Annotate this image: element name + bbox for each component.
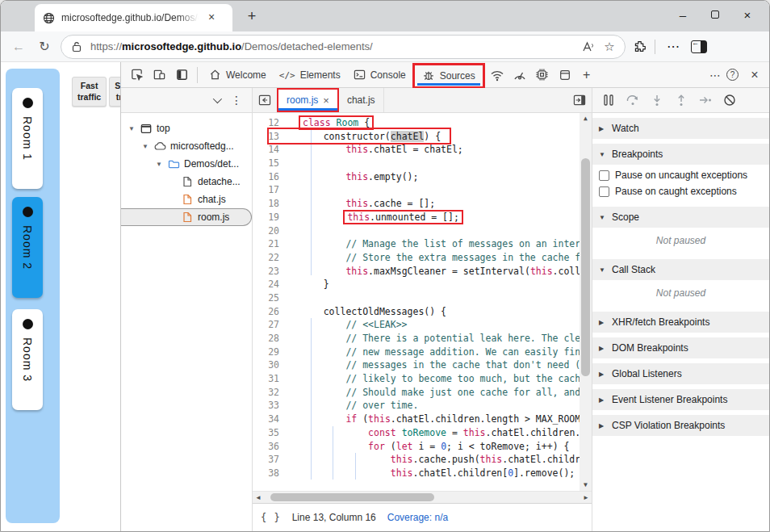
line-number[interactable]: 36: [253, 440, 279, 454]
scroll-right-icon[interactable]: ►: [580, 492, 592, 503]
line-number[interactable]: 37: [253, 453, 279, 467]
line-number[interactable]: 12: [253, 116, 279, 130]
step-out-icon[interactable]: [673, 92, 689, 108]
pause-option-row[interactable]: Pause on uncaught exceptions: [592, 167, 769, 183]
performance-icon[interactable]: [509, 65, 530, 86]
section-xhr-fetch-breakpoints[interactable]: ▶XHR/fetch Breakpoints: [592, 312, 769, 333]
devtools-close-icon[interactable]: ×: [745, 68, 764, 82]
memory-icon[interactable]: [532, 65, 553, 86]
deactivate-breakpoints-icon[interactable]: [722, 92, 738, 108]
tree-expand-icon[interactable]: ▼: [128, 125, 136, 132]
panel-tab-console[interactable]: Console: [347, 63, 412, 87]
url-text[interactable]: https://microsoftedge.github.io/Demos/de…: [90, 40, 575, 52]
new-tab-button[interactable]: +: [242, 7, 262, 27]
editor-horizontal-scrollbar[interactable]: ◄ ►: [253, 491, 592, 503]
line-number[interactable]: 31: [253, 372, 279, 386]
traffic-button[interactable]: Fast traffic: [72, 77, 107, 107]
settings-more-icon[interactable]: ⋯: [663, 39, 683, 54]
scroll-left-icon[interactable]: ◄: [253, 492, 264, 503]
address-bar[interactable]: https://microsoftedge.github.io/Demos/de…: [61, 35, 626, 59]
browser-tab[interactable]: microsoftedge.github.io/Demos/detached-e…: [35, 4, 232, 31]
open-debugger-sidebar-icon[interactable]: [567, 88, 592, 112]
line-number[interactable]: 35: [253, 426, 279, 440]
devtools-more-icon[interactable]: ⋯: [705, 69, 725, 82]
file-tree-item-chat-js[interactable]: chat.js: [121, 191, 252, 208]
activity-bar-dock-icon[interactable]: [171, 65, 192, 86]
section-dom-breakpoints[interactable]: ▶DOM Breakpoints: [592, 337, 769, 358]
line-number[interactable]: 16: [253, 170, 279, 184]
application-icon[interactable]: [554, 65, 575, 86]
pretty-print-button[interactable]: { }: [261, 512, 281, 523]
scroll-down-icon[interactable]: ▼: [580, 480, 592, 491]
scroll-up-icon[interactable]: ▲: [580, 113, 592, 124]
checkbox[interactable]: [599, 170, 609, 181]
back-button[interactable]: ←: [9, 40, 28, 54]
code-area[interactable]: 12class Room {13 constructor(chatEl) {14…: [253, 113, 592, 491]
line-number[interactable]: 30: [253, 358, 279, 372]
traffic-button[interactable]: Slo tra: [109, 77, 120, 107]
line-number[interactable]: 21: [253, 237, 279, 251]
line-number[interactable]: 24: [253, 278, 279, 291]
tab-close-icon[interactable]: ×: [323, 94, 329, 107]
line-number[interactable]: 20: [253, 224, 279, 238]
section-breakpoints[interactable]: ▼Breakpoints: [592, 144, 769, 165]
line-number[interactable]: 22: [253, 251, 279, 265]
file-tree-item-top[interactable]: ▼top: [121, 119, 252, 137]
step-into-icon[interactable]: [649, 92, 665, 108]
line-number[interactable]: 13: [253, 130, 279, 144]
pause-script-icon[interactable]: [601, 92, 617, 108]
panel-tab-elements[interactable]: </>Elements: [273, 63, 347, 87]
section-global-listeners[interactable]: ▶Global Listeners: [592, 363, 769, 384]
panel-tab-sources[interactable]: Sources: [412, 63, 485, 89]
editor-tab-chat.js[interactable]: chat.js: [339, 88, 384, 112]
line-number[interactable]: 27: [253, 318, 279, 332]
more-tabs-button[interactable]: +: [577, 68, 596, 82]
inspect-element-icon[interactable]: [126, 65, 147, 86]
chevron-down-icon[interactable]: [213, 94, 222, 103]
horizontal-scroll-thumb[interactable]: [270, 493, 434, 501]
line-number[interactable]: 23: [253, 265, 279, 279]
line-number[interactable]: 28: [253, 332, 279, 346]
vertical-scroll-thumb[interactable]: [581, 158, 590, 376]
tree-expand-icon[interactable]: ▼: [155, 161, 163, 168]
section-scope[interactable]: ▼Scope: [592, 207, 769, 228]
line-number[interactable]: 25: [253, 291, 279, 305]
line-number[interactable]: 34: [253, 413, 279, 426]
copilot-sidebar-icon[interactable]: [691, 40, 707, 53]
line-number[interactable]: 33: [253, 399, 279, 413]
file-tree-item-room-js[interactable]: room.js: [121, 208, 252, 226]
tab-close-icon[interactable]: ×: [204, 10, 219, 25]
step-over-icon[interactable]: [625, 92, 641, 108]
file-tree-item-detache-[interactable]: detache...: [121, 173, 252, 191]
room-tab[interactable]: Room 1: [12, 88, 43, 189]
editor-tab-room.js[interactable]: room.js×: [277, 88, 339, 112]
pause-option-row[interactable]: Pause on caught exceptions: [592, 183, 769, 199]
file-tree-item-demos-det-[interactable]: ▼Demos/det...: [121, 155, 252, 173]
coverage-link[interactable]: Coverage: n/a: [387, 512, 448, 523]
line-number[interactable]: 32: [253, 386, 279, 400]
window-close-button[interactable]: ×: [740, 8, 755, 22]
read-aloud-icon[interactable]: [581, 40, 596, 54]
section-watch[interactable]: ▶Watch: [592, 118, 769, 139]
room-tab[interactable]: Room 3: [12, 309, 43, 410]
hide-navigator-icon[interactable]: [253, 88, 277, 112]
line-number[interactable]: 18: [253, 197, 279, 211]
minimize-button[interactable]: –: [676, 8, 690, 22]
maximize-button[interactable]: [711, 10, 719, 19]
step-icon[interactable]: [697, 92, 714, 108]
tree-expand-icon[interactable]: ▼: [141, 143, 149, 150]
section-call-stack[interactable]: ▼Call Stack: [592, 259, 769, 280]
refresh-button[interactable]: ↻: [35, 39, 54, 54]
line-number[interactable]: 26: [253, 305, 279, 319]
devtools-help-icon[interactable]: ?: [726, 69, 739, 81]
section-csp-violation-breakpoints[interactable]: ▶CSP Violation Breakpoints: [592, 415, 769, 436]
line-number[interactable]: 38: [253, 467, 279, 480]
line-number[interactable]: 14: [253, 143, 279, 157]
editor-vertical-scrollbar[interactable]: ▲ ▼: [580, 113, 592, 491]
section-event-listener-breakpoints[interactable]: ▶Event Listener Breakpoints: [592, 389, 769, 410]
panel-tab-welcome[interactable]: Welcome: [203, 63, 273, 87]
checkbox[interactable]: [599, 186, 609, 197]
line-number[interactable]: 19: [253, 211, 279, 224]
line-number[interactable]: 15: [253, 157, 279, 170]
navigator-more-icon[interactable]: ⋮: [231, 94, 242, 107]
